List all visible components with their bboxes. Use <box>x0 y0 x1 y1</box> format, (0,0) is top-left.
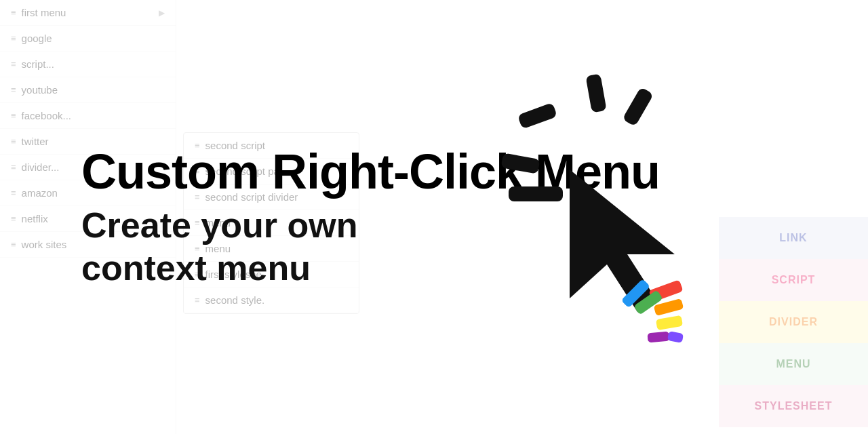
sidebar-stylesheet-label: STYLESHEET <box>755 400 833 412</box>
menu-item-label: netflix <box>22 213 48 224</box>
left-menu-panel: ≡ first menu ▶ ≡ google ≡ script... ≡ yo… <box>0 0 176 434</box>
menu-icon: ≡ <box>195 140 200 151</box>
menu-item-label: twitter <box>22 136 49 147</box>
sidebar-script[interactable]: SCRIPT <box>719 259 868 301</box>
sidebar-stylesheet[interactable]: STYLESHEET <box>719 385 868 427</box>
menu-item-label: second script pa... <box>205 165 288 177</box>
svg-rect-11 <box>647 332 669 343</box>
sidebar-script-label: SCRIPT <box>772 274 816 285</box>
menu-icon: ≡ <box>195 166 200 176</box>
svg-rect-4 <box>509 186 563 201</box>
menu-item-youtube[interactable]: ≡ youtube <box>0 77 176 103</box>
menu-item-label: google <box>22 33 52 44</box>
menu-item-label: work sites <box>22 239 67 250</box>
menu-item-google[interactable]: ≡ google <box>0 26 176 52</box>
second-menu-panel: ≡ second script ≡ second script pa... ≡ … <box>183 132 359 314</box>
menu-icon: ≡ <box>11 7 16 18</box>
menu-item-worksites[interactable]: ≡ work sites <box>0 232 176 258</box>
menu-item-label: script... <box>22 58 54 70</box>
second-menu-item-4[interactable]: ≡ menu <box>184 210 359 236</box>
second-menu-item-3[interactable]: ≡ second script divider <box>184 184 359 210</box>
sidebar-menu-label: MENU <box>776 358 810 370</box>
sidebar-link-label: LINK <box>779 232 807 243</box>
sidebar-menu[interactable]: MENU <box>719 343 868 385</box>
sidebar-link[interactable]: LINK <box>719 217 868 259</box>
menu-item-label: menu <box>205 243 231 254</box>
menu-item-first-menu[interactable]: ≡ first menu ▶ <box>0 0 176 26</box>
menu-item-script[interactable]: ≡ script... <box>0 52 176 77</box>
menu-icon: ≡ <box>11 111 16 121</box>
second-menu-item-7[interactable]: ≡ second style. <box>184 288 359 313</box>
menu-item-twitter[interactable]: ≡ twitter <box>0 129 176 155</box>
svg-rect-1 <box>622 87 654 127</box>
menu-icon: ≡ <box>11 188 16 198</box>
second-menu-item-2[interactable]: ≡ second script pa... <box>184 159 359 184</box>
menu-item-label: second style. <box>205 294 265 306</box>
right-sidebar: LINK SCRIPT DIVIDER MENU STYLESHEET <box>719 217 868 427</box>
svg-rect-0 <box>585 74 606 113</box>
menu-icon: ≡ <box>195 192 200 202</box>
menu-item-label: menu <box>205 217 231 229</box>
cursor-sparkle-icon <box>481 68 712 353</box>
background-layer: ≡ first menu ▶ ≡ google ≡ script... ≡ yo… <box>0 0 868 434</box>
menu-icon: ≡ <box>195 243 200 254</box>
second-menu-item-5[interactable]: ≡ menu <box>184 236 359 262</box>
second-menu-item-6[interactable]: ≡ first styleshe. <box>184 262 359 288</box>
menu-icon: ≡ <box>11 136 16 146</box>
sidebar-divider-label: DIVIDER <box>769 316 818 328</box>
menu-item-label: first menu <box>22 7 66 18</box>
menu-item-label: divider... <box>22 161 60 173</box>
menu-icon: ≡ <box>11 239 16 250</box>
menu-item-label: facebook... <box>22 110 71 121</box>
menu-icon: ≡ <box>11 85 16 95</box>
menu-item-divider[interactable]: ≡ divider... <box>0 155 176 180</box>
svg-rect-12 <box>667 331 684 343</box>
submenu-arrow: ▶ <box>159 8 165 18</box>
svg-rect-8 <box>656 315 683 330</box>
menu-item-label: second script divider <box>205 191 298 203</box>
svg-rect-2 <box>517 102 557 129</box>
menu-item-label: youtube <box>22 84 58 96</box>
menu-item-netflix[interactable]: ≡ netflix <box>0 206 176 232</box>
menu-item-label: amazon <box>22 187 58 199</box>
menu-icon: ≡ <box>11 162 16 172</box>
menu-icon: ≡ <box>11 59 16 69</box>
menu-icon: ≡ <box>11 214 16 224</box>
menu-icon: ≡ <box>195 218 200 228</box>
menu-icon: ≡ <box>195 269 200 279</box>
menu-icon: ≡ <box>195 295 200 305</box>
menu-item-facebook[interactable]: ≡ facebook... <box>0 103 176 129</box>
second-menu-item-1[interactable]: ≡ second script <box>184 133 359 159</box>
menu-item-label: first styleshe. <box>205 269 265 280</box>
sidebar-divider[interactable]: DIVIDER <box>719 301 868 343</box>
svg-rect-3 <box>501 153 540 174</box>
menu-icon: ≡ <box>11 33 16 43</box>
menu-item-label: second script <box>205 140 265 151</box>
menu-item-amazon[interactable]: ≡ amazon <box>0 180 176 206</box>
